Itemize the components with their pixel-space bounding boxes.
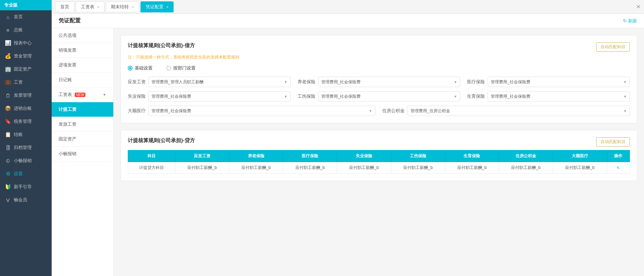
invoice-icon: 🗒 xyxy=(5,93,11,98)
sidebar-item-xiaochang[interactable]: © 小畅报销 xyxy=(0,154,52,167)
refresh-button[interactable]: ↻ 刷新 xyxy=(623,18,637,24)
member-icon: V xyxy=(5,197,11,203)
expand-arrow-icon: ▼ xyxy=(103,93,106,97)
tab-voucher-config-label: 凭证配置 xyxy=(146,4,164,10)
th-unemployment: 失业保险 xyxy=(337,150,391,162)
field-salary-value: 管理费用_管理人员职工薪酬 xyxy=(152,79,204,85)
sidebar-item-guide[interactable]: 🔰 新手引导 xyxy=(0,180,52,193)
sidebar-item-member[interactable]: V 畅会员 xyxy=(0,193,52,206)
archive-icon: 🗄 xyxy=(5,145,11,151)
th-medical: 医疗保险 xyxy=(283,150,337,162)
field-large-medical-value: 管理费用_社会保险费 xyxy=(152,108,191,114)
left-nav-sale-invoice[interactable]: 销项发票 xyxy=(52,43,113,58)
field-maternity-label: 生育保险 xyxy=(467,93,485,99)
field-injury-select[interactable]: 管理费用_社会保险费 ▼ xyxy=(318,91,460,102)
tab-period-close[interactable]: 期末结转 × xyxy=(106,1,139,12)
sidebar-item-report[interactable]: 📊 报表中心 xyxy=(0,36,52,50)
sidebar-item-close[interactable]: 📋 结账 xyxy=(0,128,52,141)
left-nav-petty-cash[interactable]: 小畅报销 xyxy=(52,147,113,161)
tab-period-close-close[interactable]: × xyxy=(132,5,134,9)
auto-match-credit-button[interactable]: 自动匹配科目 xyxy=(596,137,630,147)
left-nav-public[interactable]: 公共选项 xyxy=(52,28,113,43)
main-area: 首页 工资表 × 期末结转 × 凭证配置 × ✕ 凭证配置 ↻ 刷新 公共选项 xyxy=(52,0,644,276)
tab-salary-table-close[interactable]: × xyxy=(97,5,99,9)
field-housing-fund-select[interactable]: 管理费用_住房公积金 ▼ xyxy=(407,106,630,116)
th-salary: 应发工资 xyxy=(175,150,229,162)
sidebar-item-fund[interactable]: 💰 资金管理 xyxy=(0,50,52,63)
table-cell: 应付职工薪酬_b xyxy=(283,162,337,174)
left-nav-calc-salary[interactable]: 计提工资 xyxy=(52,102,113,117)
edit-icon[interactable]: ✎ xyxy=(607,162,630,174)
sidebar-item-settings[interactable]: ⚙ 设置 xyxy=(0,167,52,180)
auto-match-debit-button[interactable]: 自动匹配科目 xyxy=(596,42,630,52)
sidebar-item-tax[interactable]: 🔖 税务管理 xyxy=(0,115,52,128)
tab-voucher-config-close[interactable]: × xyxy=(166,5,168,9)
left-nav-salary-table[interactable]: 工资表 NEW ▼ xyxy=(52,87,113,102)
th-housing: 住房公积金 xyxy=(499,150,553,162)
tab-home[interactable]: 首页 xyxy=(55,1,74,12)
tab-salary-table-label: 工资表 xyxy=(81,4,94,10)
refresh-icon: ↻ xyxy=(623,18,627,23)
app-name: 专业版 xyxy=(0,0,52,10)
field-salary-select[interactable]: 管理费用_管理人员职工薪酬 ▼ xyxy=(148,77,291,87)
radio-basic-label: 基础设置 xyxy=(135,65,153,71)
fund-icon: 💰 xyxy=(5,53,11,59)
pension-dropdown-icon: ▼ xyxy=(454,80,457,84)
field-unemployment-select[interactable]: 管理费用_社会保险费 ▼ xyxy=(148,91,291,102)
field-medical-select[interactable]: 管理费用_社会保险费 ▼ xyxy=(488,77,630,87)
table-cell: 应付职工薪酬_b xyxy=(175,162,229,174)
sidebar-item-invoice[interactable]: 🗒 发票管理 xyxy=(0,89,52,102)
content-area: 公共选项 销项发票 进项发票 日记账 工资表 NEW ▼ 计提工资 发放工资 xyxy=(52,28,644,276)
large-medical-dropdown-icon: ▼ xyxy=(369,109,372,113)
field-unemployment-label: 失业保险 xyxy=(128,93,146,99)
tab-voucher-config[interactable]: 凭证配置 × xyxy=(141,1,174,12)
field-housing-fund-label: 住房公积金 xyxy=(382,108,405,114)
field-salary-payable: 应发工资 管理费用_管理人员职工薪酬 ▼ xyxy=(128,77,291,87)
left-nav-diary[interactable]: 日记账 xyxy=(52,73,113,87)
tax-icon: 🔖 xyxy=(5,118,11,125)
sidebar-item-purchase[interactable]: 📦 进销台账 xyxy=(0,102,52,115)
guide-icon: 🔰 xyxy=(5,184,11,190)
field-housing-fund: 住房公积金 管理费用_住房公积金 ▼ xyxy=(382,106,630,116)
close-ledger-icon: 📋 xyxy=(5,131,11,138)
right-content: 计提核算规则(公司承担)-借方 自动匹配科目 注：只能选择一种方式，系统将按照您… xyxy=(114,28,644,276)
field-pension-select[interactable]: 管理费用_社会保险费 ▼ xyxy=(318,77,460,87)
field-maternity-select[interactable]: 管理费用_社会保险费 ▼ xyxy=(488,91,630,102)
th-injury: 工伤保险 xyxy=(391,150,445,162)
tab-period-close-label: 期末结转 xyxy=(111,4,129,10)
table-cell: 应付职工薪酬_b xyxy=(391,162,445,174)
field-salary-label: 应发工资 xyxy=(128,79,146,85)
left-nav-purchase-invoice[interactable]: 进项发票 xyxy=(52,58,113,73)
section-debit: 计提核算规则(公司承担)-借方 自动匹配科目 注：只能选择一种方式，系统将按照您… xyxy=(121,35,637,123)
tab-home-label: 首页 xyxy=(60,4,69,10)
sidebar-item-label: 首页 xyxy=(14,14,23,20)
th-maternity: 生育保险 xyxy=(445,150,499,162)
radio-by-dept[interactable]: 按部门设置 xyxy=(166,65,196,71)
section-debit-title: 计提核算规则(公司承担)-借方 xyxy=(128,42,195,49)
left-nav-pay-salary[interactable]: 发放工资 xyxy=(52,117,113,132)
field-pension: 养老保险 管理费用_社会保险费 ▼ xyxy=(298,77,460,87)
sidebar-item-label: 工资 xyxy=(14,79,23,85)
table-row: 计提贷方科目应付职工薪酬_b应付职工薪酬_b应付职工薪酬_b应付职工薪酬_b应付… xyxy=(128,162,630,174)
unemployment-dropdown-icon: ▼ xyxy=(284,95,288,98)
sidebar-item-salary[interactable]: 💼 工资 xyxy=(0,76,52,89)
close-all-tabs-button[interactable]: ✕ xyxy=(636,3,641,10)
home-icon: ⌂ xyxy=(5,14,11,20)
field-large-medical-select[interactable]: 管理费用_社会保险费 ▼ xyxy=(148,106,375,116)
sidebar-item-label: 小畅报销 xyxy=(14,158,32,164)
sidebar-item-label: 报表中心 xyxy=(14,40,32,46)
sidebar-item-label: 结账 xyxy=(14,131,23,138)
sidebar-item-label: 税务管理 xyxy=(14,118,32,125)
field-maternity-value: 管理费用_社会保险费 xyxy=(491,94,530,99)
tab-salary-table[interactable]: 工资表 × xyxy=(76,1,104,12)
radio-basic[interactable]: 基础设置 xyxy=(128,65,153,71)
field-unemployment-value: 管理费用_社会保险费 xyxy=(152,94,191,99)
sidebar-item-asset[interactable]: 🏢 固定资产 xyxy=(0,63,52,76)
sidebar-item-archive[interactable]: 🗄 归档管理 xyxy=(0,141,52,154)
injury-dropdown-icon: ▼ xyxy=(454,95,457,98)
left-nav-fixed-asset[interactable]: 固定资产 xyxy=(52,132,113,147)
sidebar-item-ledger[interactable]: ≡ 总账 xyxy=(0,23,52,36)
sidebar-item-label: 设置 xyxy=(14,171,23,177)
sidebar-item-home[interactable]: ⌂ 首页 xyxy=(0,10,52,23)
sidebar-item-label: 发票管理 xyxy=(14,92,32,98)
